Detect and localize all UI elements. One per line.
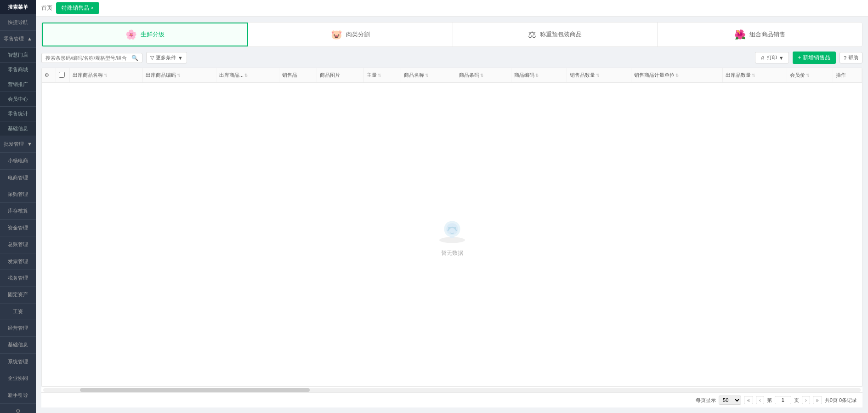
sidebar-item-wholesale-mgmt[interactable]: 批发管理 ▼ xyxy=(0,136,36,153)
combo-sales-icon: 🌺 xyxy=(734,29,746,40)
sidebar-logo[interactable]: 搜索菜单 xyxy=(0,0,36,14)
th-checkbox[interactable] xyxy=(56,68,69,83)
content-area: 🌸 生鲜分级 🐷 肉类分割 ⚖ 称重预包装商品 🌺 组合商品销售 🔍 xyxy=(36,17,868,413)
th-out-product-code[interactable]: 出库商品编码⇅ xyxy=(143,68,216,83)
th-member-price[interactable]: 会员价⇅ xyxy=(787,68,833,83)
print-button[interactable]: 🖨 打印 ▼ xyxy=(755,52,789,63)
th-out-qty[interactable]: 出库品数量⇅ xyxy=(722,68,787,83)
sidebar-item-quick-nav[interactable]: 快捷导航 xyxy=(0,14,36,31)
data-table: ⚙ 出库商品名称⇅ 出库商品编码⇅ 出库商品...⇅ 销售品 商品图片 主量⇅ … xyxy=(42,68,862,83)
sidebar-item-ops-mgmt[interactable]: 经营管理 xyxy=(0,320,36,337)
th-product-code[interactable]: 商品编码⇅ xyxy=(511,68,567,83)
cat-tab-combo-sales-label: 组合商品销售 xyxy=(749,30,785,39)
sidebar: 搜索菜单 快捷导航 零售管理 ▲ 智慧门店 零售商城 营销推广 会员中心 零售统… xyxy=(0,0,36,413)
th-product-image: 商品图片 xyxy=(317,68,364,83)
sidebar-item-sales-promo[interactable]: 营销推广 xyxy=(0,77,36,92)
sort-icon-product-name: ⇅ xyxy=(425,73,429,78)
sidebar-item-purchase-mgmt[interactable]: 采购管理 xyxy=(0,186,36,203)
sidebar-item-ecom-mgmt[interactable]: 电商管理 xyxy=(0,170,36,186)
cat-tab-weight-prepack[interactable]: ⚖ 称重预包装商品 xyxy=(453,23,658,46)
scroll-thumb[interactable] xyxy=(80,388,310,392)
sort-icon-out-product-name: ⇅ xyxy=(104,73,108,78)
prev-page-button[interactable]: ‹ xyxy=(756,396,764,404)
next-page-button[interactable]: › xyxy=(802,396,810,404)
sidebar-item-salary[interactable]: 工资 xyxy=(0,304,36,320)
sidebar-item-basic-info[interactable]: 基础信息 xyxy=(0,121,36,136)
per-page-select[interactable]: 50 10 20 100 xyxy=(719,396,741,405)
search-box: 🔍 xyxy=(41,53,142,63)
th-action: 操作 xyxy=(833,68,862,83)
page-input[interactable] xyxy=(775,396,791,404)
empty-illustration xyxy=(434,212,471,249)
sort-icon-sales-unit: ⇅ xyxy=(675,73,679,78)
table-header-row: ⚙ 出库商品名称⇅ 出库商品编码⇅ 出库商品...⇅ 销售品 商品图片 主量⇅ … xyxy=(42,68,862,83)
sidebar-item-general-ledger[interactable]: 总账管理 xyxy=(0,236,36,253)
sort-icon-out-product-x: ⇅ xyxy=(244,73,248,78)
filter-button[interactable]: ▽ 更多条件 ▼ xyxy=(146,52,187,63)
sidebar-item-new-guide[interactable]: 新手引导 xyxy=(0,387,36,404)
cat-tab-meat-split[interactable]: 🐷 肉类分割 xyxy=(248,23,453,46)
topbar-active-tab[interactable]: 特殊销售品 × xyxy=(56,2,99,14)
fresh-grade-icon: 🌸 xyxy=(125,29,137,40)
sidebar-item-mini-ecom[interactable]: 小畅电商 xyxy=(0,153,36,169)
bottom-scrollbar[interactable] xyxy=(41,387,862,392)
filter-icon: ▽ xyxy=(150,55,154,61)
cat-tab-fresh-grade-label: 生鲜分级 xyxy=(141,30,165,39)
first-page-button[interactable]: « xyxy=(744,396,753,404)
help-icon: ? xyxy=(844,55,846,61)
select-all-checkbox[interactable] xyxy=(59,72,65,78)
sidebar-item-corp-agreement[interactable]: 企业协同 xyxy=(0,370,36,387)
sidebar-item-inventory[interactable]: 库存核算 xyxy=(0,203,36,219)
cat-tab-weight-prepack-label: 称重预包装商品 xyxy=(540,30,582,39)
per-page-label: 每页显示 xyxy=(696,397,716,404)
filter-arrow-icon: ▼ xyxy=(178,55,183,61)
cat-tab-combo-sales[interactable]: 🌺 组合商品销售 xyxy=(658,23,862,46)
sidebar-item-finance[interactable]: 资金管理 xyxy=(0,220,36,236)
sort-icon-product-code: ⇅ xyxy=(535,73,539,78)
sidebar-item-basic-info2[interactable]: 基础信息 xyxy=(0,337,36,353)
toolbar: 🔍 ▽ 更多条件 ▼ 🖨 打印 ▼ + 新增销售品 ? 帮助 xyxy=(41,52,862,64)
filter-label: 更多条件 xyxy=(156,54,176,61)
sort-icon-main-weight: ⇅ xyxy=(378,73,381,78)
sidebar-item-sys-mgmt[interactable]: 系统管理 xyxy=(0,354,36,370)
sidebar-item-retail-mgmt[interactable]: 零售管理 ▲ xyxy=(0,31,36,47)
sort-icon-out-product-code: ⇅ xyxy=(177,73,181,78)
topbar-home[interactable]: 首页 xyxy=(41,4,52,12)
svg-point-2 xyxy=(446,223,458,235)
search-icon[interactable]: 🔍 xyxy=(131,55,138,61)
total-text: 共0页 0条记录 xyxy=(825,397,857,404)
sidebar-item-smart-store[interactable]: 智慧门店 xyxy=(0,48,36,63)
sidebar-item-fixed-assets[interactable]: 固定资产 xyxy=(0,287,36,303)
cat-tab-fresh-grade[interactable]: 🌸 生鲜分级 xyxy=(42,23,248,46)
th-settings[interactable]: ⚙ xyxy=(42,68,56,83)
sidebar-item-member-center[interactable]: 会员中心 xyxy=(0,92,36,107)
scroll-track[interactable] xyxy=(43,388,861,392)
sort-icon-out-qty: ⇅ xyxy=(752,73,755,78)
sidebar-item-tax-mgmt[interactable]: 税务管理 xyxy=(0,270,36,287)
th-product-name[interactable]: 商品名称⇅ xyxy=(401,68,456,83)
add-sales-product-button[interactable]: + 新增销售品 xyxy=(793,52,836,64)
svg-point-3 xyxy=(448,227,450,229)
th-sales-qty[interactable]: 销售品数量⇅ xyxy=(567,68,631,83)
sidebar-item-retail-mall[interactable]: 零售商城 xyxy=(0,63,36,77)
sidebar-item-retail-stats[interactable]: 零售统计 xyxy=(0,107,36,121)
print-icon: 🖨 xyxy=(760,55,765,61)
th-main-weight[interactable]: 主量⇅ xyxy=(364,68,401,83)
last-page-button[interactable]: » xyxy=(813,396,822,404)
sort-icon-sales-qty: ⇅ xyxy=(596,73,600,78)
print-arrow-icon: ▼ xyxy=(779,55,784,61)
sidebar-gear-icon[interactable]: ⚙ xyxy=(0,404,36,413)
th-out-product-name[interactable]: 出库商品名称⇅ xyxy=(69,68,143,83)
empty-state: 暂无数据 xyxy=(42,83,862,386)
sidebar-item-invoice-mgmt[interactable]: 发票管理 xyxy=(0,253,36,270)
topbar-tab-close[interactable]: × xyxy=(91,6,94,11)
category-tabs: 🌸 生鲜分级 🐷 肉类分割 ⚖ 称重预包装商品 🌺 组合商品销售 xyxy=(41,22,862,47)
help-button[interactable]: ? 帮助 xyxy=(840,52,862,63)
cat-tab-meat-split-label: 肉类分割 xyxy=(346,30,370,39)
page-label: 第 xyxy=(767,397,772,404)
th-sales-unit[interactable]: 销售商品计量单位⇅ xyxy=(631,68,722,83)
search-input[interactable] xyxy=(45,55,131,61)
th-out-product-x[interactable]: 出库商品...⇅ xyxy=(216,68,279,83)
th-sales-product: 销售品 xyxy=(279,68,317,83)
th-product-barcode[interactable]: 商品条码⇅ xyxy=(456,68,511,83)
